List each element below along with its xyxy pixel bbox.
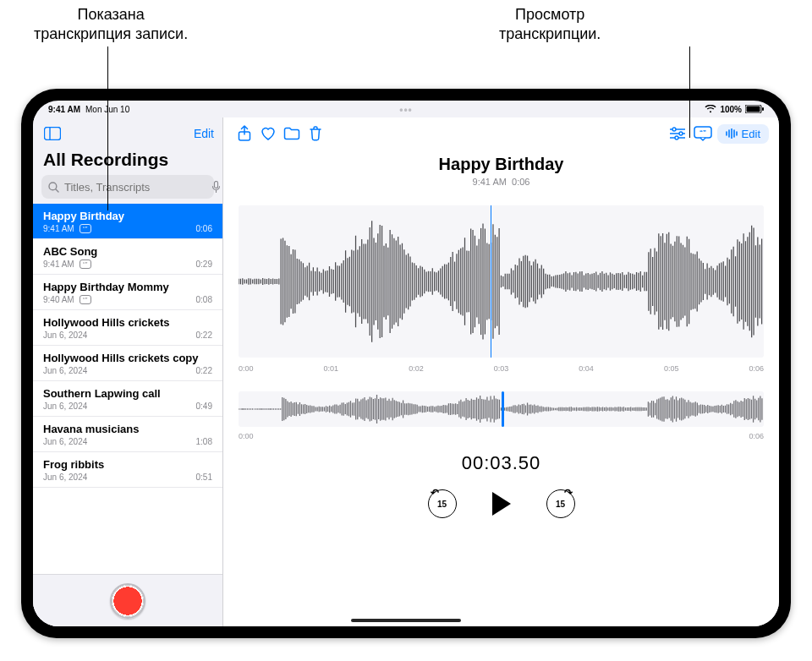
waveform-icon xyxy=(726,128,738,139)
recording-item[interactable]: Hollywood Hills crickets copyJun 6, 2024… xyxy=(33,346,222,381)
svg-point-10 xyxy=(672,128,676,131)
ipad-frame: 9:41 AM Mon Jun 10 ••• 100% xyxy=(21,89,791,638)
recording-subtitle: 9:41 AM 0:06 xyxy=(223,177,779,187)
recording-item-title: Happy Birthday Mommy xyxy=(43,281,212,293)
ruler-tick: 0:05 xyxy=(664,364,679,373)
skip-back-button[interactable]: ↶15 xyxy=(428,489,457,518)
recording-item-duration: 0:29 xyxy=(196,259,212,269)
recording-item[interactable]: ABC Song9:41 AM“”0:29 xyxy=(33,239,222,275)
recording-item-time: Jun 6, 2024 xyxy=(43,437,87,446)
edit-recording-button[interactable]: Edit xyxy=(717,124,769,144)
recording-item-title: Southern Lapwing call xyxy=(43,387,212,400)
transcription-button[interactable]: “” xyxy=(692,123,714,145)
screen: 9:41 AM Mon Jun 10 ••• 100% xyxy=(33,101,779,626)
svg-line-6 xyxy=(56,189,58,192)
recording-item-time: 9:41 AM xyxy=(43,259,74,269)
recording-item-duration: 0:51 xyxy=(196,473,212,482)
search-input[interactable] xyxy=(64,181,206,194)
search-icon xyxy=(48,182,59,193)
move-to-folder-button[interactable] xyxy=(281,123,303,145)
battery-icon xyxy=(745,105,764,113)
svg-rect-2 xyxy=(762,107,764,111)
record-button[interactable] xyxy=(110,583,145,619)
recording-item-duration: 0:22 xyxy=(196,330,212,340)
recording-item-time: Jun 6, 2024 xyxy=(43,366,87,375)
svg-point-5 xyxy=(49,183,57,190)
recording-item-time: 9:40 AM xyxy=(43,295,74,304)
overview-end: 0:06 xyxy=(749,432,764,440)
recording-item[interactable]: Southern Lapwing callJun 6, 20240:49 xyxy=(33,381,222,417)
detail-pane: “” Edit Happy Birthday 9:41 AM 0:06 xyxy=(223,117,779,626)
recording-item[interactable]: Havana musiciansJun 6, 20241:08 xyxy=(33,417,222,452)
multitask-dots[interactable]: ••• xyxy=(399,104,413,116)
search-field[interactable] xyxy=(41,175,214,199)
recording-item-time: Jun 6, 2024 xyxy=(43,402,87,411)
overview-playhead[interactable] xyxy=(502,391,504,427)
recording-item-title: Havana musicians xyxy=(43,423,212,435)
recording-item-title: ABC Song xyxy=(43,245,212,258)
transcript-badge-icon: “” xyxy=(80,295,91,304)
playback-controls: ↶15 ↷15 xyxy=(223,489,779,518)
waveform-large[interactable] xyxy=(239,205,764,358)
sidebar-toggle-button[interactable] xyxy=(41,123,63,145)
callout-right: Просмотр транскрипции. xyxy=(499,5,601,43)
ruler-tick: 0:01 xyxy=(324,364,339,373)
svg-text:“”: “” xyxy=(700,128,706,136)
overview-start: 0:00 xyxy=(239,432,254,440)
svg-point-12 xyxy=(679,132,683,135)
sidebar: Edit All Recordings Happy Birthday9:41 A… xyxy=(33,117,223,626)
ruler-tick: 0:03 xyxy=(494,364,509,373)
recordings-list[interactable]: Happy Birthday9:41 AM“”0:06ABC Song9:41 … xyxy=(33,204,222,574)
status-time: 9:41 AM xyxy=(48,105,80,114)
home-indicator[interactable] xyxy=(351,619,461,622)
playback-settings-button[interactable] xyxy=(667,123,689,145)
svg-rect-3 xyxy=(45,128,61,140)
skip-forward-button[interactable]: ↷15 xyxy=(546,489,575,518)
ruler-tick: 0:06 xyxy=(749,364,764,373)
wifi-icon xyxy=(705,105,716,113)
svg-point-14 xyxy=(675,136,678,139)
recording-title[interactable]: Happy Birthday xyxy=(223,155,779,174)
play-button[interactable] xyxy=(492,492,511,516)
recording-item-title: Happy Birthday xyxy=(43,210,212,222)
recording-item-duration: 0:06 xyxy=(196,224,212,233)
recording-item-duration: 1:08 xyxy=(196,437,212,446)
recording-item-title: Hollywood Hills crickets copy xyxy=(43,352,212,364)
recording-item[interactable]: Hollywood Hills cricketsJun 6, 20240:22 xyxy=(33,310,222,346)
callout-left: Показана транскрипция записи. xyxy=(34,5,188,43)
ruler-tick: 0:00 xyxy=(239,364,254,373)
svg-rect-7 xyxy=(215,182,218,188)
recording-item-time: 9:41 AM xyxy=(43,224,74,233)
playhead[interactable] xyxy=(491,205,491,358)
recording-item-title: Hollywood Hills crickets xyxy=(43,316,212,329)
share-button[interactable] xyxy=(233,123,255,145)
sidebar-title: All Recordings xyxy=(33,148,222,175)
svg-rect-1 xyxy=(747,107,760,112)
recording-item-duration: 0:22 xyxy=(196,366,212,375)
recording-item[interactable]: Frog ribbitsJun 6, 20240:51 xyxy=(33,452,222,488)
ruler-tick: 0:04 xyxy=(579,364,594,373)
recording-item-time: Jun 6, 2024 xyxy=(43,330,87,340)
transcript-badge-icon: “” xyxy=(80,259,91,269)
status-date: Mon Jun 10 xyxy=(85,105,129,114)
status-bar: 9:41 AM Mon Jun 10 ••• 100% xyxy=(33,101,779,117)
recording-item-duration: 0:08 xyxy=(196,295,212,304)
transcript-badge-icon: “” xyxy=(80,224,91,233)
recording-item-title: Frog ribbits xyxy=(43,458,212,471)
time-ruler: 0:000:010:020:030:040:050:06 xyxy=(223,364,779,373)
record-bar xyxy=(33,574,222,626)
battery-pct: 100% xyxy=(720,105,742,114)
elapsed-time: 00:03.50 xyxy=(223,452,779,474)
recording-item-duration: 0:49 xyxy=(196,402,212,411)
recording-item[interactable]: Happy Birthday9:41 AM“”0:06 xyxy=(33,204,222,239)
edit-recording-label: Edit xyxy=(742,128,760,140)
dictate-icon[interactable] xyxy=(211,181,221,193)
delete-button[interactable] xyxy=(304,123,326,145)
recording-item-time: Jun 6, 2024 xyxy=(43,473,87,482)
favorite-button[interactable] xyxy=(257,123,279,145)
recording-item[interactable]: Happy Birthday Mommy9:40 AM“”0:08 xyxy=(33,275,222,310)
sidebar-edit-button[interactable]: Edit xyxy=(194,127,214,140)
waveform-overview[interactable] xyxy=(239,391,764,427)
ruler-tick: 0:02 xyxy=(409,364,424,373)
